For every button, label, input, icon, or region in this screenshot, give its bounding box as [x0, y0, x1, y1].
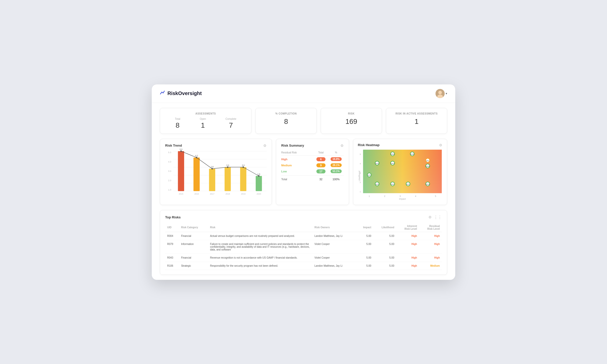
- summary-table: Residual Risk Total % High 6 18.8%: [281, 151, 344, 181]
- cell-uid: R106: [165, 262, 179, 270]
- main-content: ASSESSMENTS Total 8 Open 1 Complete 7: [152, 103, 455, 280]
- svg-text:1.9: 1.9: [257, 173, 260, 175]
- cell-likelihood: 5.00: [373, 254, 396, 262]
- cell-residual: High: [419, 254, 442, 262]
- y-tick-4: 4: [360, 163, 361, 165]
- y-tick-1: 1: [360, 191, 361, 193]
- total-row-value: 32: [313, 178, 329, 181]
- heatmap-gear-icon[interactable]: ⚙: [439, 143, 442, 147]
- table-icons: ⚙ ⋮⋮: [428, 215, 442, 220]
- col-residual: ResidualRisk Level: [419, 223, 442, 232]
- assessments-title: ASSESSMENTS: [165, 112, 246, 115]
- svg-text:2018: 2018: [225, 192, 230, 195]
- total-label: Total: [175, 118, 180, 120]
- svg-point-25: [243, 166, 244, 168]
- y-label-1: 1.0: [168, 189, 171, 191]
- svg-text:ER7: ER7: [406, 183, 409, 185]
- risk-trend-gear-icon[interactable]: ⚙: [263, 144, 267, 148]
- svg-point-21: [180, 150, 182, 152]
- high-label: High: [281, 158, 313, 161]
- cell-owners: Violet Cooper: [312, 240, 356, 254]
- svg-point-1: [438, 91, 442, 94]
- cell-residual: High: [419, 232, 442, 240]
- cell-impact: 5.00: [357, 232, 373, 240]
- svg-text:2019: 2019: [241, 192, 246, 195]
- medium-total-badge: 9: [316, 163, 326, 167]
- top-risks-title: Top Risks: [165, 215, 181, 219]
- high-total-badge: 6: [316, 157, 326, 161]
- open-group: Open 1: [200, 118, 206, 129]
- table-row: R043 Financial Revenue recognition is no…: [165, 254, 442, 262]
- svg-text:2016: 2016: [194, 192, 199, 195]
- heatmap-svg: ER08 ER36 ER10 ER23 ER1 ER56: [361, 150, 443, 200]
- chevron-down-icon: ▾: [446, 92, 447, 95]
- complete-group: Complete 7: [226, 118, 236, 129]
- svg-text:ER23: ER23: [391, 162, 395, 164]
- table-row: R106 Strategic Responsibility for the se…: [165, 262, 442, 270]
- complete-label: Complete: [226, 118, 236, 120]
- risk-active-title: RISK IN ACTIVE ASSESSMENTS: [391, 112, 442, 115]
- svg-text:ER5: ER5: [391, 183, 394, 185]
- cell-impact: 5.00: [357, 240, 373, 254]
- cell-category: Information: [179, 240, 208, 254]
- cell-residual: Medium: [419, 262, 442, 270]
- logo-text: RiskOversight: [167, 90, 202, 96]
- logo-area: RiskOversight: [160, 90, 202, 97]
- user-avatar[interactable]: [436, 89, 445, 98]
- table-row: R004 Financial Actual versus budget comp…: [165, 232, 442, 240]
- cell-risk: Responsibility for the security program …: [208, 262, 312, 270]
- y-axis-label: Likelihood: [358, 171, 361, 181]
- cell-impact: 5.00: [357, 262, 373, 270]
- cell-uid: R004: [165, 232, 179, 240]
- summary-col-residual: Residual Risk: [281, 151, 313, 154]
- svg-rect-17: [240, 167, 246, 191]
- heatmap-card: Risk Heatmap ⚙ Likelihood 5 4 3 2: [353, 139, 447, 205]
- risk-trend-card: Risk Trend ⚙ 5.0 4.0 3.0 2.0 1.0: [160, 139, 272, 205]
- svg-text:3: 3: [400, 195, 401, 197]
- svg-text:ER36: ER36: [410, 153, 414, 155]
- col-category: Risk Category: [179, 223, 208, 232]
- completion-title: % COMPLETION: [261, 112, 311, 115]
- svg-point-24: [227, 166, 228, 168]
- svg-rect-11: [193, 157, 200, 191]
- stats-row: ASSESSMENTS Total 8 Open 1 Complete 7: [160, 108, 447, 134]
- cell-category: Financial: [179, 232, 208, 240]
- cell-risk: Revenue recognition is not in accordance…: [208, 254, 312, 262]
- risk-value: 169: [326, 118, 377, 126]
- logo-icon: [160, 90, 165, 97]
- col-impact: Impact: [357, 223, 373, 232]
- y-label-4: 4.0: [168, 161, 171, 163]
- svg-text:2020: 2020: [256, 192, 261, 195]
- svg-text:4.2: 4.2: [195, 154, 198, 157]
- svg-text:4: 4: [415, 195, 416, 197]
- col-inherent: InherentRisk Level: [396, 223, 419, 232]
- col-likelihood: Likelihood: [373, 223, 396, 232]
- svg-text:Impact: Impact: [399, 197, 406, 200]
- cell-owners: Landon Matthews, Jay Li: [312, 262, 356, 270]
- cell-risk: Actual versus budget comparisons are not…: [208, 232, 312, 240]
- complete-value: 7: [226, 121, 236, 129]
- high-pct-badge: 18.8%: [331, 157, 342, 161]
- cell-likelihood: 5.00: [373, 240, 396, 254]
- cell-inherent: High: [396, 240, 419, 254]
- cell-likelihood: 5.00: [373, 262, 396, 270]
- svg-text:3.0: 3.0: [226, 164, 229, 167]
- y-label-3: 3.0: [168, 170, 171, 172]
- risk-summary-title: Risk Summary: [281, 144, 304, 147]
- svg-text:2015: 2015: [179, 192, 183, 195]
- user-menu[interactable]: ▾: [436, 89, 447, 98]
- svg-text:5.0: 5.0: [180, 148, 182, 151]
- risk-title: RISK: [326, 112, 377, 115]
- cell-category: Strategic: [179, 262, 208, 270]
- svg-text:5: 5: [435, 195, 436, 197]
- risk-summary-gear-icon[interactable]: ⚙: [340, 144, 344, 148]
- table-dots-icon[interactable]: ⋮⋮: [434, 215, 442, 220]
- table-gear-icon[interactable]: ⚙: [428, 215, 432, 219]
- heatmap-title: Risk Heatmap: [358, 143, 380, 147]
- col-uid: UID: [165, 223, 179, 232]
- total-row-label: Total: [281, 178, 313, 181]
- risk-active-card: RISK IN ACTIVE ASSESSMENTS 1: [386, 108, 447, 134]
- svg-rect-13: [209, 169, 215, 191]
- cell-uid: R043: [165, 254, 179, 262]
- svg-rect-34: [363, 150, 442, 193]
